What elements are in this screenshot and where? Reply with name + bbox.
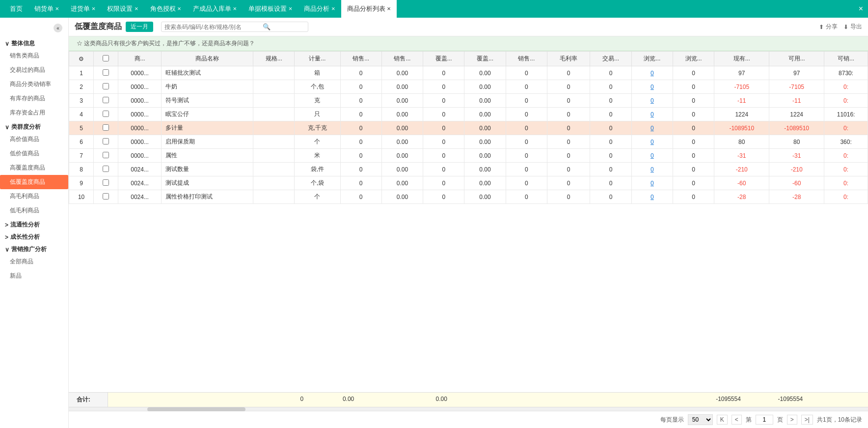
table-row: 5 0000... 多计量 克,千克 0 0.00 0 0.00 0 0 0 0…: [69, 121, 868, 135]
period-button[interactable]: 近一月: [126, 22, 153, 32]
sidebar-item-stock-capital[interactable]: 库存资金占用: [0, 106, 68, 120]
row-browse1[interactable]: 0: [631, 135, 673, 149]
row-checkbox[interactable]: [94, 149, 118, 163]
row-current: -60: [714, 176, 769, 190]
row-browse1[interactable]: 0: [631, 163, 673, 176]
sidebar-item-low-margin[interactable]: 低毛利商品: [0, 203, 68, 218]
export-button[interactable]: ⬇ 导出: [843, 23, 862, 31]
col-trans-header[interactable]: 交易...: [590, 52, 631, 66]
col-current-header[interactable]: 现有...: [714, 52, 769, 66]
sidebar-item-high-coverage[interactable]: 高覆盖度商品: [0, 161, 68, 175]
sidebar-item-in-stock[interactable]: 有库存的商品: [0, 91, 68, 106]
row-browse1[interactable]: 0: [631, 121, 673, 135]
sidebar-section-category-analysis[interactable]: ∨ 类群度分析: [0, 120, 68, 132]
col-sellable-header[interactable]: 可销...: [824, 52, 868, 66]
row-browse1[interactable]: 0: [631, 66, 673, 80]
row-select-checkbox[interactable]: [103, 166, 109, 172]
row-select-checkbox[interactable]: [103, 69, 109, 76]
sidebar-collapse-btn[interactable]: «: [54, 24, 62, 32]
row-sellable: 0:: [824, 190, 868, 204]
col-browse1-header[interactable]: 浏览...: [631, 52, 673, 66]
table-container[interactable]: ⚙ 商... 商品名称 规格... 计量... 销售... 销售... 覆盖..…: [69, 51, 868, 392]
col-gross-rate-header[interactable]: 毛利率: [547, 52, 590, 66]
col-code-header[interactable]: 商...: [118, 52, 162, 66]
row-gross-rate: 0: [547, 80, 590, 94]
row-checkbox[interactable]: [94, 66, 118, 80]
row-select-checkbox[interactable]: [103, 97, 109, 103]
row-select-checkbox[interactable]: [103, 138, 109, 144]
nav-analysis[interactable]: 商品分析 ×: [298, 0, 341, 18]
row-sales-x: 0: [506, 176, 547, 190]
sidebar-section-growth[interactable]: > 成长性分析: [0, 230, 68, 242]
sidebar-item-low-value[interactable]: 低价值商品: [0, 146, 68, 161]
row-checkbox[interactable]: [94, 94, 118, 108]
row-checkbox[interactable]: [94, 163, 118, 176]
col-browse2-header[interactable]: 浏览...: [673, 52, 714, 66]
row-checkbox[interactable]: [94, 135, 118, 149]
row-sales-qty: 0: [340, 163, 381, 176]
sidebar-item-new-products[interactable]: 新品: [0, 269, 68, 283]
nav-analysis-list[interactable]: 商品分析列表 ×: [341, 0, 397, 18]
sidebar-item-all-products[interactable]: 全部商品: [0, 255, 68, 269]
sidebar-item-sales-products[interactable]: 销售类商品: [0, 49, 68, 63]
col-cover1-header[interactable]: 覆盖...: [423, 52, 464, 66]
row-available: -60: [769, 176, 824, 190]
search-input[interactable]: [164, 24, 263, 30]
page-number-input[interactable]: 1: [756, 415, 773, 425]
sidebar-section-overall[interactable]: ∨ 整体信息: [0, 36, 68, 49]
row-browse1[interactable]: 0: [631, 80, 673, 94]
row-browse1[interactable]: 0: [631, 108, 673, 121]
row-checkbox[interactable]: [94, 80, 118, 94]
nav-home[interactable]: 首页: [4, 0, 28, 18]
sidebar-item-high-value[interactable]: 高价值商品: [0, 132, 68, 146]
col-spec-header[interactable]: 规格...: [253, 52, 295, 66]
col-settings[interactable]: ⚙: [69, 52, 94, 66]
sidebar-section-marketing[interactable]: ∨ 营销推广分析: [0, 242, 68, 255]
row-checkbox[interactable]: [94, 190, 118, 204]
row-no: 10: [69, 190, 94, 204]
prev-page-btn[interactable]: <: [732, 415, 742, 425]
col-sales-qty-header[interactable]: 销售...: [340, 52, 381, 66]
nav-products[interactable]: 产成品入库单 ×: [187, 0, 243, 18]
close-icon[interactable]: ×: [859, 4, 863, 13]
select-all-checkbox[interactable]: [103, 55, 109, 61]
row-browse1[interactable]: 0: [631, 176, 673, 190]
col-sales-amt-header[interactable]: 销售...: [381, 52, 423, 66]
row-select-checkbox[interactable]: [103, 179, 109, 186]
per-page-select[interactable]: 50 20 100 200: [688, 414, 713, 425]
row-browse1[interactable]: 0: [631, 190, 673, 204]
row-unit: 个,袋: [295, 176, 340, 190]
row-checkbox[interactable]: [94, 121, 118, 135]
nav-permissions[interactable]: 权限设置 ×: [101, 0, 144, 18]
row-browse1[interactable]: 0: [631, 149, 673, 163]
last-page-btn[interactable]: >|: [801, 415, 813, 425]
col-cover2-header[interactable]: 覆盖...: [464, 52, 506, 66]
row-checkbox[interactable]: [94, 176, 118, 190]
row-select-checkbox[interactable]: [103, 193, 109, 200]
sidebar-item-high-margin[interactable]: 高毛利商品: [0, 189, 68, 203]
nav-roles[interactable]: 角色授权 ×: [144, 0, 187, 18]
nav-purchase[interactable]: 进货单 ×: [65, 0, 101, 18]
row-sales-qty: 0: [340, 176, 381, 190]
row-select-checkbox[interactable]: [103, 83, 109, 89]
nav-templates[interactable]: 单据模板设置 ×: [243, 0, 298, 18]
row-select-checkbox[interactable]: [103, 111, 109, 117]
row-select-checkbox[interactable]: [103, 124, 109, 131]
row-cover2: 0.00: [464, 149, 506, 163]
row-code: 0000...: [118, 121, 162, 135]
row-browse1[interactable]: 0: [631, 94, 673, 108]
sidebar-item-traded-products[interactable]: 交易过的商品: [0, 63, 68, 77]
first-page-btn[interactable]: K: [717, 415, 728, 425]
row-select-checkbox[interactable]: [103, 152, 109, 158]
row-checkbox[interactable]: [94, 108, 118, 121]
share-button[interactable]: ⬆ 分享: [819, 23, 838, 31]
col-sales-x-header[interactable]: 销售...: [506, 52, 547, 66]
next-page-btn[interactable]: >: [787, 415, 797, 425]
sidebar-item-low-coverage[interactable]: 低覆盖度商品: [0, 175, 68, 189]
col-available-header[interactable]: 可用...: [769, 52, 824, 66]
sidebar-item-category-rate[interactable]: 商品分类动销率: [0, 77, 68, 91]
col-name-header[interactable]: 商品名称: [162, 52, 253, 66]
col-unit-header[interactable]: 计量...: [295, 52, 340, 66]
sidebar-section-liquidity[interactable]: > 流通性分析: [0, 218, 68, 230]
nav-sales[interactable]: 销货单 ×: [28, 0, 65, 18]
